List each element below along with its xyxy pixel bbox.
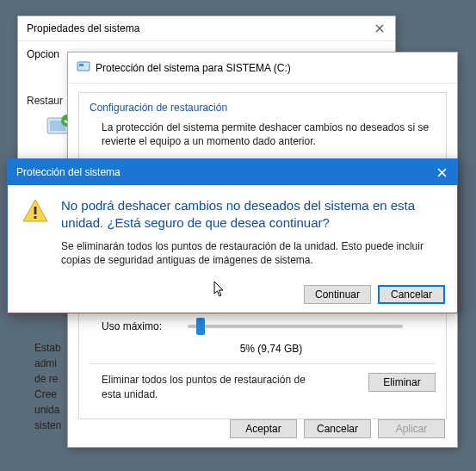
mouse-cursor-icon (213, 281, 226, 298)
section-description: La protección del sistema permite deshac… (102, 121, 436, 148)
background-truncated-text: Estab admi de re Cree unida sisten (34, 340, 61, 433)
delete-description: Eliminar todos los puntos de restauració… (102, 373, 325, 400)
warning-icon (22, 197, 49, 227)
cancel-button[interactable]: Cancelar (378, 285, 445, 304)
confirmation-dialog: Protección del sistema No podrá deshacer… (7, 158, 458, 313)
continue-button[interactable]: Continuar (304, 285, 371, 304)
close-icon[interactable] (373, 22, 386, 35)
dialog-title: Protección del sistema (16, 166, 121, 178)
section-title: Configuración de restauración (90, 102, 436, 114)
titlebar: Protección del sistema para SISTEMA (C:) (68, 53, 457, 84)
close-icon[interactable] (435, 165, 448, 179)
delete-button[interactable]: Eliminar (368, 373, 436, 392)
slider-thumb[interactable] (196, 318, 205, 335)
accept-button[interactable]: Aceptar (230, 419, 297, 438)
drive-icon (77, 59, 90, 76)
cancel-button[interactable]: Cancelar (304, 419, 371, 438)
svg-rect-4 (79, 64, 83, 66)
dialog-headline: No podrá deshacer cambios no deseados de… (61, 197, 442, 231)
window-title: Protección del sistema para SISTEMA (C:) (96, 62, 291, 74)
window-title: Propiedades del sistema (27, 22, 139, 34)
svg-rect-6 (34, 216, 37, 219)
disk-usage-slider[interactable] (188, 325, 403, 328)
dialog-subtext: Se eliminarán todos los puntos de restau… (61, 239, 442, 267)
divider (90, 363, 436, 364)
slider-value-text: 5% (9,74 GB) (107, 343, 436, 355)
apply-button: Aplicar (378, 419, 445, 438)
max-usage-label: Uso máximo: (102, 320, 162, 332)
titlebar: Propiedades del sistema (18, 16, 395, 41)
titlebar: Protección del sistema (8, 159, 457, 185)
svg-rect-5 (34, 207, 37, 214)
